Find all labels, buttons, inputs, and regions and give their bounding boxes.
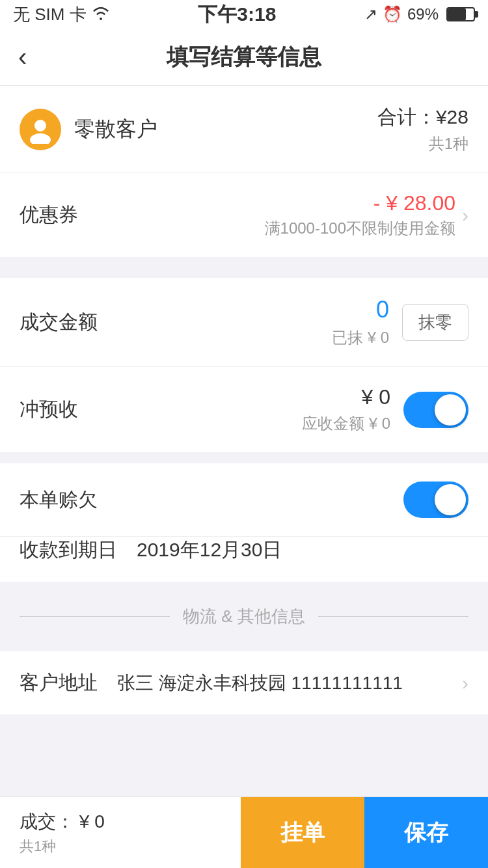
avatar [20, 109, 61, 150]
section-gap-3 [0, 582, 488, 592]
logistics-label: 物流 & 其他信息 [170, 605, 318, 628]
round-button[interactable]: 抹零 [402, 304, 468, 341]
deal-amount-row: 成交金额 0 已抹 ¥ 0 抹零 [0, 278, 488, 367]
customer-name: 零散客户 [74, 115, 157, 144]
prepay-sub: 应收金额 ¥ 0 [302, 413, 390, 434]
chevron-right-icon: › [462, 204, 468, 226]
coupon-right: - ¥ 28.00 满1000-100不限制使用金额 › [265, 191, 468, 239]
alarm-icon: ⏰ [383, 5, 402, 23]
address-chevron-icon: › [462, 672, 468, 694]
hang-button[interactable]: 挂单 [241, 797, 364, 868]
due-date-label: 收款到期日 [20, 537, 117, 563]
address-value: 张三 海淀永丰科技园 11111111111 [117, 671, 462, 696]
address-label: 客户地址 [20, 670, 98, 696]
customer-left: 零散客户 [20, 109, 157, 150]
prepay-values: ¥ 0 应收金额 ¥ 0 [302, 385, 390, 434]
coupon-desc: 满1000-100不限制使用金额 [265, 218, 455, 239]
bottom-deal-label: 成交： [20, 811, 74, 832]
location-icon: ↗ [364, 5, 377, 23]
due-date-card: 收款到期日 2019年12月30日 [0, 536, 488, 582]
page-title: 填写结算等信息 [167, 42, 321, 72]
deal-amount-label: 成交金额 [20, 309, 98, 336]
bottom-deal: 成交： ¥ 0 [20, 809, 221, 834]
deal-amount-right: 0 已抹 ¥ 0 抹零 [332, 296, 468, 348]
deal-amount-sub: 0 已抹 ¥ 0 [332, 296, 389, 348]
credit-row: 本单赊欠 [0, 463, 488, 536]
bottom-deal-amount: ¥ 0 [79, 811, 105, 832]
due-date-row: 收款到期日 2019年12月30日 [20, 537, 468, 563]
prepay-amount: ¥ 0 [362, 385, 390, 409]
coupon-label: 优惠券 [20, 202, 78, 228]
customer-card: 零散客户 合计：¥28 共1种 优惠券 - ¥ 28.00 满1000-100不… [0, 86, 488, 257]
deal-already-rounded: 已抹 ¥ 0 [332, 327, 389, 348]
svg-point-1 [30, 133, 51, 144]
form-card-credit: 本单赊欠 [0, 463, 488, 536]
nav-bar: ‹ 填写结算等信息 [0, 29, 488, 86]
bottom-summary: 成交： ¥ 0 共1种 [0, 809, 241, 856]
bottom-count: 共1种 [20, 837, 221, 856]
coupon-discount: - ¥ 28.00 [265, 191, 455, 215]
credit-label: 本单赊欠 [20, 487, 98, 513]
toggle-knob [435, 394, 466, 426]
divider-left [20, 616, 170, 617]
logistics-section: 物流 & 其他信息 [0, 592, 488, 641]
battery-icon [446, 7, 475, 21]
total-amount: 合计：¥28 [377, 104, 468, 131]
no-sim-label: 无 SIM 卡 [13, 3, 87, 26]
svg-point-0 [34, 120, 46, 131]
coupon-values: - ¥ 28.00 满1000-100不限制使用金额 [265, 191, 455, 239]
customer-row: 零散客户 合计：¥28 共1种 [0, 86, 488, 172]
battery-percent: 69% [407, 5, 439, 23]
credit-toggle-knob [435, 484, 466, 515]
total-count: 共1种 [377, 133, 468, 154]
prepayment-label: 冲预收 [20, 396, 78, 423]
prepay-main: 冲预收 ¥ 0 应收金额 ¥ 0 [20, 385, 468, 434]
form-card-deal: 成交金额 0 已抹 ¥ 0 抹零 冲预收 ¥ 0 应收金额 ¥ 0 [0, 278, 488, 453]
due-date-value: 2019年12月30日 [137, 537, 282, 563]
section-gap-1 [0, 267, 488, 278]
prepayment-row: 冲预收 ¥ 0 应收金额 ¥ 0 [0, 367, 488, 453]
customer-right: 合计：¥28 共1种 [377, 104, 468, 154]
deal-amount-value: 0 [376, 296, 389, 323]
status-right: ↗ ⏰ 69% [364, 5, 475, 23]
bottom-buttons: 挂单 保存 [241, 797, 488, 868]
content-area: 零散客户 合计：¥28 共1种 优惠券 - ¥ 28.00 满1000-100不… [0, 86, 488, 868]
status-bar: 无 SIM 卡 下午3:18 ↗ ⏰ 69% [0, 0, 488, 29]
status-time: 下午3:18 [198, 1, 276, 28]
back-button[interactable]: ‹ [18, 42, 27, 72]
address-row[interactable]: 客户地址 张三 海淀永丰科技园 11111111111 › [0, 651, 488, 714]
prepayment-toggle[interactable] [403, 392, 468, 428]
divider-right [318, 616, 468, 617]
credit-toggle[interactable] [403, 481, 468, 518]
coupon-row[interactable]: 优惠券 - ¥ 28.00 满1000-100不限制使用金额 › [0, 172, 488, 257]
section-gap-2 [0, 453, 488, 463]
bottom-bar: 成交： ¥ 0 共1种 挂单 保存 [0, 796, 488, 868]
status-left: 无 SIM 卡 [13, 3, 110, 26]
save-button[interactable]: 保存 [364, 797, 488, 868]
wifi-icon [92, 5, 110, 25]
